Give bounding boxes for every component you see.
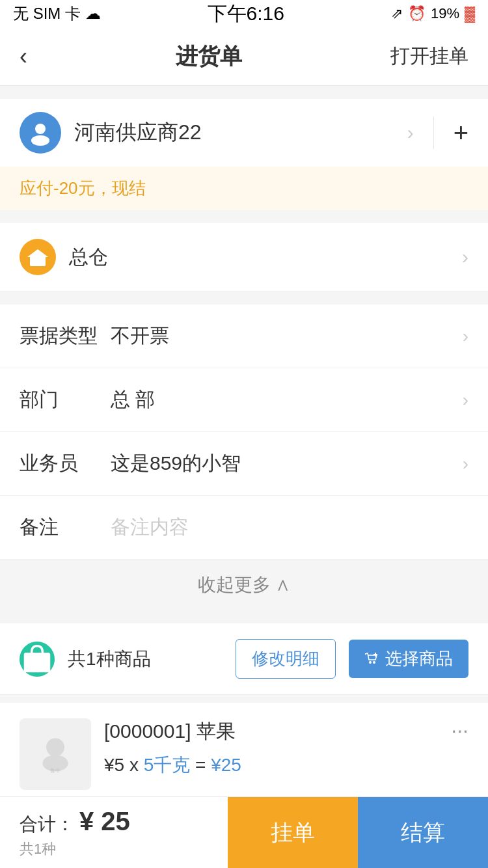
select-product-label: 选择商品 bbox=[385, 647, 453, 670]
footer: 合计： ¥ 25 共1种 挂单 结算 bbox=[0, 796, 488, 868]
divider-2 bbox=[0, 292, 488, 305]
svg-rect-2 bbox=[30, 256, 46, 266]
nav-bar: ‹ 进货单 打开挂单 bbox=[0, 27, 488, 86]
sim-wifi-label: 无 SIM 卡 ☁ bbox=[13, 3, 101, 24]
select-product-button[interactable]: 选择商品 bbox=[349, 640, 468, 678]
open-pending-button[interactable]: 打开挂单 bbox=[390, 43, 468, 70]
warehouse-icon-circle bbox=[20, 239, 56, 275]
pend-button[interactable]: 挂单 bbox=[228, 797, 358, 869]
checkout-button[interactable]: 结算 bbox=[358, 797, 488, 869]
notes-row[interactable]: 备注 备注内容 bbox=[0, 496, 488, 560]
svg-point-1 bbox=[31, 135, 49, 146]
divider-1 bbox=[0, 210, 488, 223]
divider-3 bbox=[0, 610, 488, 623]
add-supplier-button[interactable]: + bbox=[454, 118, 468, 148]
products-header: 共1种商品 修改明细 选择商品 bbox=[0, 623, 488, 695]
supplier-name: 河南供应商22 bbox=[74, 118, 407, 147]
back-button[interactable]: ‹ bbox=[20, 43, 27, 70]
product-thumbnail: 鲁牛 bbox=[20, 718, 91, 790]
shopping-bag-icon bbox=[20, 642, 55, 677]
salesperson-label: 业务员 bbox=[20, 450, 111, 477]
supplier-actions: › + bbox=[407, 116, 468, 149]
salesperson-chevron-icon: › bbox=[463, 454, 468, 474]
warehouse-name: 总仓 bbox=[69, 244, 462, 271]
department-chevron-icon: › bbox=[463, 390, 468, 411]
product-image-placeholder: 鲁牛 bbox=[33, 731, 78, 777]
notice-banner: 应付-20元，现结 bbox=[0, 167, 488, 210]
products-icon-circle bbox=[20, 642, 55, 677]
svg-point-10 bbox=[46, 739, 64, 757]
invoice-chevron-icon: › bbox=[463, 326, 468, 347]
notes-value[interactable]: 备注内容 bbox=[111, 514, 468, 541]
supplier-section: 河南供应商22 › + 应付-20元，现结 bbox=[0, 99, 488, 210]
status-left: 无 SIM 卡 ☁ bbox=[13, 3, 101, 24]
product-item: 鲁牛 [0000001] 苹果 ¥5 x 5千克 = ¥25 ··· bbox=[0, 703, 488, 806]
department-label: 部门 bbox=[20, 387, 111, 413]
product-info: [0000001] 苹果 ¥5 x 5千克 = ¥25 bbox=[104, 718, 438, 778]
alarm-icon: ⏰ bbox=[408, 5, 426, 22]
svg-text:鲁牛: 鲁牛 bbox=[50, 767, 61, 774]
product-name: [0000001] 苹果 bbox=[104, 718, 438, 745]
status-right: ⇗ ⏰ 19% ▓ bbox=[391, 5, 475, 22]
svg-point-0 bbox=[35, 124, 46, 134]
footer-total: 合计： ¥ 25 共1种 bbox=[0, 807, 228, 859]
supplier-chevron-icon: › bbox=[407, 122, 414, 144]
notes-label: 备注 bbox=[20, 514, 111, 541]
svg-point-6 bbox=[369, 661, 372, 664]
salesperson-row[interactable]: 业务员 这是859的小智 › bbox=[0, 432, 488, 496]
svg-point-7 bbox=[373, 661, 375, 664]
form-section: 票据类型 不开票 › 部门 总 部 › 业务员 这是859的小智 › 备注 备注… bbox=[0, 305, 488, 560]
supplier-row[interactable]: 河南供应商22 › + bbox=[0, 99, 488, 167]
footer-total-row: 合计： ¥ 25 bbox=[20, 807, 208, 837]
supplier-divider bbox=[433, 116, 434, 149]
location-icon: ⇗ bbox=[391, 5, 403, 22]
edit-details-button[interactable]: 修改明细 bbox=[236, 639, 336, 679]
total-label: 合计： bbox=[20, 812, 74, 837]
department-value: 总 部 bbox=[111, 387, 463, 413]
top-divider bbox=[0, 86, 488, 99]
footer-sub: 共1种 bbox=[20, 839, 208, 859]
product-price: ¥5 x 5千克 = ¥25 bbox=[104, 753, 438, 778]
warehouse-row[interactable]: 总仓 › bbox=[0, 223, 488, 292]
invoice-type-value: 不开票 bbox=[111, 323, 463, 349]
warehouse-chevron-icon: › bbox=[462, 246, 468, 268]
battery-label: 19% bbox=[431, 5, 459, 22]
product-menu-button[interactable]: ··· bbox=[451, 718, 468, 742]
supplier-avatar bbox=[20, 112, 61, 154]
svg-rect-4 bbox=[24, 652, 51, 671]
products-count: 共1种商品 bbox=[68, 647, 223, 671]
status-bar: 无 SIM 卡 ☁ 下午6:16 ⇗ ⏰ 19% ▓ bbox=[0, 0, 488, 27]
svg-rect-5 bbox=[365, 653, 366, 655]
svg-marker-3 bbox=[27, 249, 48, 257]
invoice-type-label: 票据类型 bbox=[20, 323, 111, 349]
invoice-type-row[interactable]: 票据类型 不开票 › bbox=[0, 305, 488, 368]
user-icon bbox=[27, 120, 53, 146]
page-title: 进货单 bbox=[176, 42, 242, 72]
salesperson-value: 这是859的小智 bbox=[111, 450, 463, 477]
status-time: 下午6:16 bbox=[208, 1, 284, 27]
cart-plus-icon bbox=[364, 651, 380, 667]
battery-icon: ▓ bbox=[465, 5, 475, 22]
collapse-button[interactable]: 收起更多 ∧ bbox=[0, 560, 488, 610]
total-amount: ¥ 25 bbox=[79, 807, 130, 836]
department-row[interactable]: 部门 总 部 › bbox=[0, 368, 488, 432]
warehouse-icon bbox=[27, 247, 48, 267]
